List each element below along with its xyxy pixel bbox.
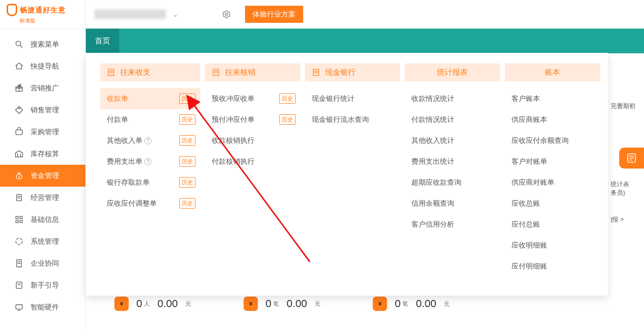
floating-action-icon[interactable] (619, 148, 644, 169)
sidebar-item-12[interactable]: 智能硬件 (0, 296, 85, 318)
mega-item-4-2[interactable]: 应收应付余额查询 (505, 130, 600, 151)
mega-item-4-3[interactable]: 客户对账单 (505, 151, 600, 172)
kpi-amount-unit: 元 (315, 300, 320, 308)
mega-item-4-7[interactable]: 应收明细账 (505, 235, 600, 256)
mega-column-1: 往来核销预收冲应收单历史预付冲应付单历史收款核销执行付款核销执行 (205, 63, 300, 291)
mega-item-1-3[interactable]: 付款核销执行 (205, 151, 300, 172)
mega-item-0-3[interactable]: 费用支出单?历史 (100, 151, 200, 172)
bg-text-1: 完善期初 (611, 102, 644, 110)
mega-item-label: 应收应付余额查询 (511, 136, 595, 145)
gear-icon[interactable] (218, 10, 235, 19)
kpi-count: 0 (395, 298, 400, 310)
clipboard-icon (14, 193, 24, 202)
mega-item-1-2[interactable]: 收款核销执行 (205, 130, 300, 151)
mega-item-label: 其他收入统计 (411, 136, 495, 145)
search-icon (14, 40, 24, 49)
cart-icon (14, 127, 24, 137)
mega-column-0: 往来收支收款单历史付款单历史其他收入单?历史费用支出单?历史银行存取款单历史应收… (100, 63, 200, 291)
mega-item-label: 客户账本 (511, 94, 595, 103)
mega-item-label: 超期应收款查询 (411, 178, 495, 187)
svg-point-0 (16, 41, 20, 46)
mega-item-label: 信用余额查询 (411, 199, 495, 208)
mega-item-label: 收款核销执行 (212, 136, 296, 145)
mega-item-2-0[interactable]: 现金银行统计 (305, 88, 400, 109)
mega-item-0-2[interactable]: 其他收入单?历史 (100, 130, 200, 151)
mega-item-label: 其他收入单? (107, 136, 179, 145)
brand-name: 畅捷通好生意 (20, 6, 66, 15)
mega-item-label: 收款情况统计 (411, 94, 495, 103)
try-industry-button[interactable]: 体验行业方案 (245, 6, 303, 23)
mega-item-3-5[interactable]: 信用余额查询 (405, 193, 500, 214)
funds-mega-menu: 往来收支收款单历史付款单历史其他收入单?历史费用支出单?历史银行存取款单历史应收… (86, 53, 608, 296)
sidebar-item-7[interactable]: 经营管理 (0, 187, 85, 209)
mega-item-2-1[interactable]: 现金银行流水查询 (305, 109, 400, 130)
sidebar-item-9[interactable]: 系统管理 (0, 230, 85, 252)
kpi-count: 0 (266, 298, 271, 310)
sidebar-item-0[interactable]: 搜索菜单 (0, 33, 85, 55)
svg-rect-35 (313, 69, 319, 75)
history-link[interactable]: 历史 (279, 114, 296, 125)
history-link[interactable]: 历史 (179, 156, 195, 167)
sidebar-item-1[interactable]: 快捷导航 (0, 55, 85, 77)
svg-text:¥: ¥ (120, 300, 123, 307)
mega-item-4-6[interactable]: 应付总账 (505, 214, 600, 235)
mega-item-3-3[interactable]: 费用支出统计 (405, 151, 500, 172)
sidebar-item-label: 搜索菜单 (31, 40, 59, 49)
mega-item-0-5[interactable]: 应收应付调整单历史 (100, 193, 200, 214)
chevron-down-icon: ⌄ (173, 10, 178, 18)
sidebar-item-6[interactable]: ¥资金管理 (0, 165, 85, 187)
mega-item-3-1[interactable]: 付款情况统计 (405, 109, 500, 130)
svg-text:¥: ¥ (18, 175, 20, 178)
mega-column-title: 账本 (545, 68, 560, 78)
help-icon[interactable]: ? (144, 158, 152, 165)
svg-point-5 (19, 108, 20, 109)
sidebar-item-2[interactable]: 营销推广 (0, 77, 85, 99)
history-link[interactable]: 历史 (179, 198, 195, 209)
mega-item-0-0[interactable]: 收款单历史 (100, 88, 200, 109)
kpi-amount-unit: 元 (185, 300, 191, 308)
warehouse-icon (14, 149, 24, 159)
mega-item-3-6[interactable]: 客户信用分析 (405, 214, 500, 235)
tab-home[interactable]: 首页 (86, 29, 119, 53)
mega-item-4-4[interactable]: 供应商对账单 (505, 172, 600, 193)
mega-item-4-8[interactable]: 应付明细账 (505, 256, 600, 277)
help-icon[interactable]: ? (144, 137, 152, 144)
mega-item-4-1[interactable]: 供应商账本 (505, 109, 600, 130)
history-link[interactable]: 历史 (279, 93, 296, 104)
history-link[interactable]: 历史 (179, 114, 195, 125)
mega-column-header: 统计报表 (405, 63, 500, 81)
mega-column-header: 现金银行 (305, 63, 400, 81)
sidebar-item-5[interactable]: 库存核算 (0, 143, 85, 165)
history-link[interactable]: 历史 (179, 93, 195, 104)
guide-icon (14, 280, 24, 290)
mega-item-label: 付款核销执行 (212, 157, 296, 166)
tenant-select[interactable]: ⌄ (94, 10, 218, 19)
sidebar-item-10[interactable]: 企业协同 (0, 252, 85, 274)
mega-item-3-4[interactable]: 超期应收款查询 (405, 172, 500, 193)
mega-item-label: 费用支出统计 (411, 157, 495, 166)
sidebar-item-label: 经营管理 (31, 193, 59, 202)
svg-rect-6 (16, 130, 22, 135)
mega-item-label: 应收明细账 (511, 241, 595, 250)
mega-item-1-0[interactable]: 预收冲应收单历史 (205, 88, 300, 109)
sidebar-item-8[interactable]: 基础信息 (0, 209, 85, 230)
mega-item-0-4[interactable]: 银行存取款单历史 (100, 172, 200, 193)
mega-item-0-1[interactable]: 付款单历史 (100, 109, 200, 130)
mega-item-4-0[interactable]: 客户账本 (505, 88, 600, 109)
history-link[interactable]: 历史 (179, 135, 195, 146)
mega-item-3-2[interactable]: 其他收入统计 (405, 130, 500, 151)
mega-item-label: 费用支出单? (107, 157, 179, 166)
svg-rect-32 (213, 69, 219, 75)
history-link[interactable]: 历史 (179, 177, 195, 188)
mega-column-header: 往来核销 (205, 63, 300, 81)
kpi-amount: 0.00 (286, 298, 307, 310)
mega-item-3-0[interactable]: 收款情况统计 (405, 88, 500, 109)
svg-rect-14 (20, 216, 22, 219)
sidebar-item-3[interactable]: 销售管理 (0, 99, 85, 121)
mega-item-4-5[interactable]: 应收总账 (505, 193, 600, 214)
sidebar-item-4[interactable]: 采购管理 (0, 121, 85, 143)
sidebar-item-11[interactable]: 新手引导 (0, 274, 85, 296)
gift-icon (14, 83, 24, 93)
mega-item-label: 预收冲应收单 (212, 94, 279, 103)
mega-item-1-1[interactable]: 预付冲应付单历史 (205, 109, 300, 130)
